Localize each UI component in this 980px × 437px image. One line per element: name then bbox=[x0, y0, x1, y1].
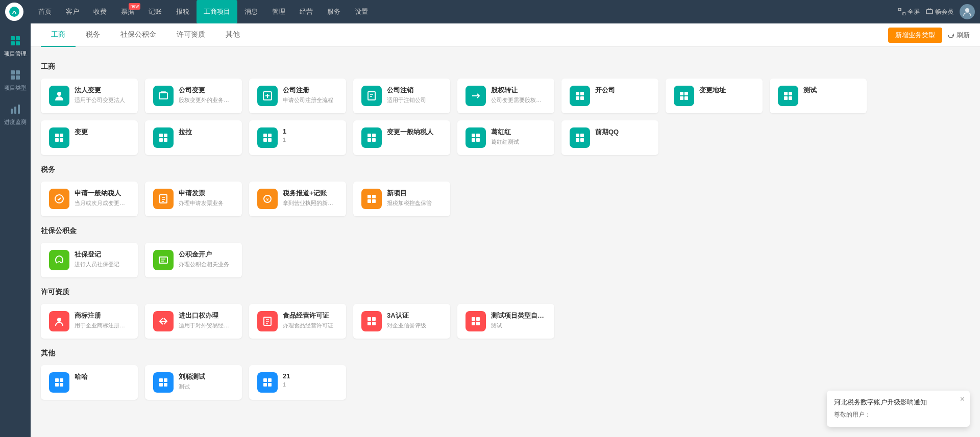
tab-other[interactable]: 其他 bbox=[215, 23, 250, 47]
svg-rect-80 bbox=[164, 378, 167, 382]
chart-icon bbox=[8, 102, 22, 116]
card-guquan-zhuanrang[interactable]: 股权转让 公司变更需要股权转让 bbox=[457, 79, 554, 113]
tab-shebao[interactable]: 社保公积金 bbox=[110, 23, 166, 47]
section-shuiwu-title: 税务 bbox=[41, 165, 970, 174]
sidebar-item-project-type[interactable]: 项目类型 bbox=[0, 63, 31, 97]
card-name: 股权转让 bbox=[491, 86, 546, 95]
card-biangeng-dizhi[interactable]: 变更地址 bbox=[666, 79, 763, 113]
card-xin-xiangmu[interactable]: 新项目 报税加税控盘保管 bbox=[353, 182, 450, 216]
card-shuiwu-baodao[interactable]: ¥ 税务报道+记账 拿到营业执照的新公司 bbox=[249, 182, 346, 216]
sidebar-item-progress[interactable]: 进度监测 bbox=[0, 97, 31, 131]
card-liucong-ceshi[interactable]: 刘聪测试 测试 bbox=[145, 365, 242, 400]
card-lala[interactable]: 拉拉 bbox=[145, 120, 242, 155]
card-name: 1 bbox=[283, 127, 338, 135]
notification-title: 河北税务数字账户升级影响通知 bbox=[834, 398, 963, 407]
svg-rect-3 bbox=[926, 10, 933, 14]
card-gongsi-biangeng[interactable]: 公司变更 股权变更外的业务变更 bbox=[145, 79, 242, 113]
card-ceshi-leixing[interactable]: 测试项目类型自定义 测试 bbox=[457, 304, 554, 339]
card-icon-dizhi bbox=[674, 86, 694, 106]
svg-rect-53 bbox=[580, 134, 584, 137]
svg-rect-21 bbox=[580, 92, 584, 95]
svg-rect-25 bbox=[684, 92, 688, 95]
nav-industrial[interactable]: 工商项目 bbox=[197, 0, 237, 23]
card-name: 食品经营许可证 bbox=[283, 311, 338, 320]
logo[interactable] bbox=[5, 3, 23, 21]
svg-rect-52 bbox=[576, 134, 579, 137]
card-shangbiao-zhuce[interactable]: 商标注册 用于企业商标注册服务 bbox=[41, 304, 138, 339]
fullscreen-button[interactable]: 全屏 bbox=[898, 8, 920, 16]
card-1[interactable]: 1 1 bbox=[249, 120, 346, 155]
card-haha[interactable]: 哈哈 bbox=[41, 365, 138, 400]
tab-gongshang[interactable]: 工商 bbox=[41, 23, 76, 47]
section-xuke-title: 许可资质 bbox=[41, 288, 970, 297]
svg-rect-67 bbox=[368, 317, 371, 321]
nav-fee[interactable]: 收费 bbox=[86, 0, 114, 23]
sidebar-item-project-manage[interactable]: 项目管理 bbox=[0, 29, 31, 63]
card-qianqi-qq[interactable]: 前期QQ bbox=[561, 120, 658, 155]
nav-settings[interactable]: 设置 bbox=[348, 0, 375, 23]
card-icon-sb2 bbox=[153, 250, 174, 270]
card-name: 拉拉 bbox=[179, 127, 234, 137]
grid-icon bbox=[8, 34, 22, 48]
card-gehonghong[interactable]: 葛红红 葛红红测试 bbox=[457, 120, 554, 155]
svg-rect-70 bbox=[372, 322, 376, 325]
nav-client[interactable]: 客户 bbox=[59, 0, 86, 23]
card-gongsi-zhuxiao[interactable]: 公司注销 适用于注销公司 bbox=[353, 79, 450, 113]
refresh-button[interactable]: 刷新 bbox=[947, 31, 970, 40]
card-faren-biangeng[interactable]: 法人变更 适用于公司变更法人 bbox=[41, 79, 138, 113]
nav-bill[interactable]: 票据 new bbox=[114, 0, 141, 23]
section-other-title: 其他 bbox=[41, 349, 970, 358]
svg-rect-45 bbox=[372, 134, 376, 137]
tag-icon bbox=[8, 68, 22, 82]
svg-rect-29 bbox=[789, 92, 792, 95]
svg-rect-55 bbox=[580, 138, 584, 142]
card-yiban-nashuiren[interactable]: 变更一般纳税人 bbox=[353, 120, 450, 155]
card-biangeng2[interactable]: 变更 bbox=[41, 120, 138, 155]
notification-content: 尊敬的用户： bbox=[834, 410, 963, 420]
card-kai-gongsi[interactable]: 开公司 bbox=[561, 79, 658, 113]
new-type-button[interactable]: 新增业务类型 bbox=[888, 28, 942, 43]
card-gjj-kaihuu[interactable]: 公积金开户 办理公积金相关业务 bbox=[145, 243, 242, 277]
card-shenqing-fp[interactable]: 申请发票 办理申请发票业务 bbox=[145, 182, 242, 216]
svg-rect-64 bbox=[159, 257, 167, 263]
card-desc: 测试 bbox=[491, 322, 546, 329]
svg-rect-33 bbox=[60, 134, 63, 137]
svg-rect-86 bbox=[268, 383, 272, 387]
card-desc: 1 bbox=[283, 381, 338, 388]
card-21[interactable]: 21 1 bbox=[249, 365, 346, 400]
card-ceshi[interactable]: 测试 bbox=[770, 79, 867, 113]
svg-rect-14 bbox=[14, 107, 16, 114]
tab-shuiwu[interactable]: 税务 bbox=[76, 23, 110, 47]
card-3a-renzheng[interactable]: 3A认证 对企业信誉评级 bbox=[353, 304, 450, 339]
card-shebao-dengji[interactable]: 社保登记 进行人员社保登记 bbox=[41, 243, 138, 277]
nav-account[interactable]: 记账 bbox=[141, 0, 169, 23]
svg-rect-77 bbox=[55, 383, 59, 387]
user-avatar[interactable] bbox=[960, 4, 975, 19]
nav-operation[interactable]: 经营 bbox=[292, 0, 320, 23]
card-shenqing-yb[interactable]: 申请一般纳税人 当月或次月成变更完成 bbox=[41, 182, 138, 216]
svg-rect-83 bbox=[263, 378, 267, 382]
member-button[interactable]: 畅会员 bbox=[926, 8, 953, 16]
svg-rect-27 bbox=[684, 96, 688, 100]
card-jinchuk-banli[interactable]: 进出口权办理 适用于对外贸易经营者 bbox=[145, 304, 242, 339]
card-desc: 用于企业商标注册服务 bbox=[75, 322, 130, 329]
card-icon-sw4 bbox=[361, 189, 382, 209]
svg-rect-6 bbox=[16, 36, 20, 40]
svg-rect-19 bbox=[368, 92, 375, 100]
nav-home[interactable]: 首页 bbox=[31, 0, 59, 23]
card-gongsi-zhuce[interactable]: 公司注册 申请公司注册全流程 bbox=[249, 79, 346, 113]
card-shipin-xuke[interactable]: 食品经营许可证 办理食品经营许可证 bbox=[249, 304, 346, 339]
nav-tax[interactable]: 报税 bbox=[169, 0, 197, 23]
svg-rect-34 bbox=[55, 138, 59, 142]
card-name: 测试 bbox=[803, 86, 859, 95]
nav-manage[interactable]: 管理 bbox=[265, 0, 292, 23]
notification-close-button[interactable]: × bbox=[960, 395, 965, 404]
nav-service[interactable]: 服务 bbox=[320, 0, 348, 23]
tab-xuke[interactable]: 许可资质 bbox=[166, 23, 215, 47]
card-icon-sb1 bbox=[49, 250, 69, 270]
card-desc: 测试 bbox=[179, 383, 234, 391]
svg-rect-61 bbox=[372, 195, 376, 198]
nav-message[interactable]: 消息 bbox=[237, 0, 265, 23]
svg-rect-8 bbox=[16, 41, 20, 45]
gongshang-cards: 法人变更 适用于公司变更法人 公司变更 股权变更外的业务变更 公司注册 bbox=[41, 79, 970, 155]
